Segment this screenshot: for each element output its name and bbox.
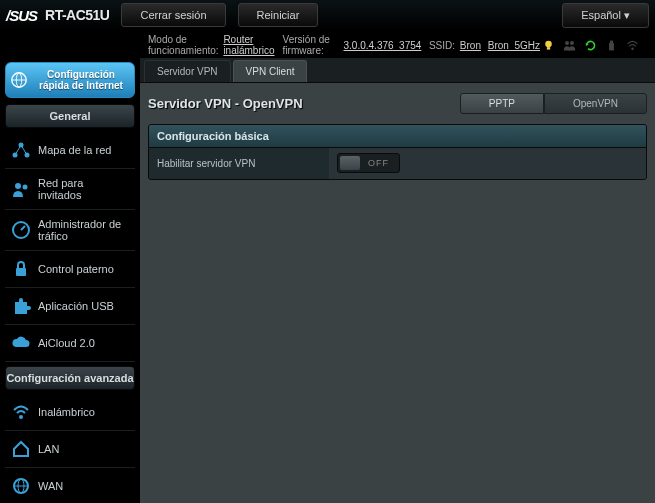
svg-point-0	[545, 40, 552, 47]
nav-traffic-manager[interactable]: Administrador de tráfico	[5, 210, 135, 251]
bulb-icon[interactable]	[542, 39, 555, 52]
nav-wireless[interactable]: Inalámbrico	[5, 394, 135, 431]
svg-line-18	[21, 226, 25, 230]
enable-toggle[interactable]: OFF	[337, 153, 400, 173]
logout-button[interactable]: Cerrar sesión	[121, 3, 225, 27]
fw-label: Versión de firmware:	[283, 34, 339, 56]
svg-line-14	[21, 145, 27, 155]
status-bar: Modo de funcionamiento: Router inalámbri…	[0, 30, 655, 58]
svg-rect-1	[547, 47, 550, 49]
nav-label: AiCloud 2.0	[38, 337, 95, 349]
svg-point-6	[631, 47, 633, 49]
nav-aicloud[interactable]: AiCloud 2.0	[5, 325, 135, 362]
section-advanced: Configuración avanzada	[5, 366, 135, 390]
ssid1-link[interactable]: Bron	[460, 40, 481, 51]
mode-link[interactable]: Router inalámbrico	[223, 34, 275, 56]
toggle-knob	[340, 156, 360, 170]
nav-label: Control paterno	[38, 263, 114, 275]
refresh-icon[interactable]	[584, 39, 597, 52]
proto-openvpn[interactable]: OpenVPN	[544, 93, 647, 114]
network-map-icon	[11, 140, 31, 160]
guest-icon	[11, 179, 31, 199]
nav-label: WAN	[38, 480, 63, 492]
svg-point-2	[565, 41, 569, 45]
nav-label: Red para invitados	[38, 177, 129, 201]
brand-logo: /SUS	[6, 7, 37, 24]
enable-field: OFF	[329, 148, 646, 179]
status-icons	[542, 39, 647, 52]
ssid-label: SSID:	[429, 40, 455, 51]
protocol-tabs: PPTP OpenVPN	[460, 93, 647, 114]
lock-icon	[11, 259, 31, 279]
nav-network-map[interactable]: Mapa de la red	[5, 132, 135, 169]
language-selector[interactable]: Español ▾	[562, 3, 649, 28]
sidebar: Configuración rápida de Internet General…	[0, 58, 140, 503]
usb-icon[interactable]	[605, 39, 618, 52]
svg-point-3	[570, 41, 574, 45]
wifi-icon[interactable]	[626, 39, 639, 52]
nav-label: Mapa de la red	[38, 144, 111, 156]
home-icon	[11, 439, 31, 459]
basic-config-section: Configuración básica Habilitar servidor …	[148, 124, 647, 180]
enable-label: Habilitar servidor VPN	[149, 150, 329, 177]
model-name: RT-AC51U	[45, 7, 109, 23]
header-bar: /SUS RT-AC51U Cerrar sesión Reiniciar Es…	[0, 0, 655, 30]
globe-icon	[10, 71, 28, 89]
nav-guest-network[interactable]: Red para invitados	[5, 169, 135, 210]
qis-button[interactable]: Configuración rápida de Internet	[5, 62, 135, 98]
nav-lan[interactable]: LAN	[5, 431, 135, 468]
svg-point-16	[23, 185, 28, 190]
reboot-button[interactable]: Reiniciar	[238, 3, 319, 27]
nav-label: Administrador de tráfico	[38, 218, 129, 242]
enable-vpn-row: Habilitar servidor VPN OFF	[149, 147, 646, 179]
fw-link[interactable]: 3.0.0.4.376_3754	[344, 40, 422, 51]
logo: /SUS RT-AC51U	[6, 7, 109, 24]
svg-line-13	[15, 145, 21, 155]
users-icon[interactable]	[563, 39, 576, 52]
globe-icon	[11, 476, 31, 496]
svg-point-20	[19, 415, 23, 419]
proto-pptp[interactable]: PPTP	[460, 93, 544, 114]
puzzle-icon	[11, 296, 31, 316]
nav-usb-app[interactable]: Aplicación USB	[5, 288, 135, 325]
cloud-icon	[11, 333, 31, 353]
nav-label: Aplicación USB	[38, 300, 114, 312]
qis-label: Configuración rápida de Internet	[32, 69, 130, 91]
nav-label: Inalámbrico	[38, 406, 95, 418]
section-header: Configuración básica	[149, 125, 646, 147]
toggle-off-label: OFF	[360, 158, 397, 168]
svg-rect-5	[609, 43, 614, 50]
svg-rect-19	[16, 268, 26, 276]
svg-point-15	[15, 183, 21, 189]
wireless-icon	[11, 402, 31, 422]
ssid2-link[interactable]: Bron_5GHz	[488, 40, 540, 51]
tab-vpn-client[interactable]: VPN Client	[233, 60, 308, 82]
page-title: Servidor VPN - OpenVPN	[148, 96, 303, 111]
traffic-icon	[11, 220, 31, 240]
tab-bar: Servidor VPN VPN Client	[140, 58, 655, 83]
main-content: Servidor VPN VPN Client Servidor VPN - O…	[140, 58, 655, 503]
nav-label: LAN	[38, 443, 59, 455]
nav-parental-control[interactable]: Control paterno	[5, 251, 135, 288]
mode-label: Modo de funcionamiento:	[148, 34, 219, 56]
title-row: Servidor VPN - OpenVPN PPTP OpenVPN	[148, 93, 647, 114]
section-general: General	[5, 104, 135, 128]
tab-vpn-server[interactable]: Servidor VPN	[144, 60, 231, 82]
nav-wan[interactable]: WAN	[5, 468, 135, 503]
svg-rect-4	[610, 40, 613, 42]
language-label: Español	[581, 9, 621, 21]
